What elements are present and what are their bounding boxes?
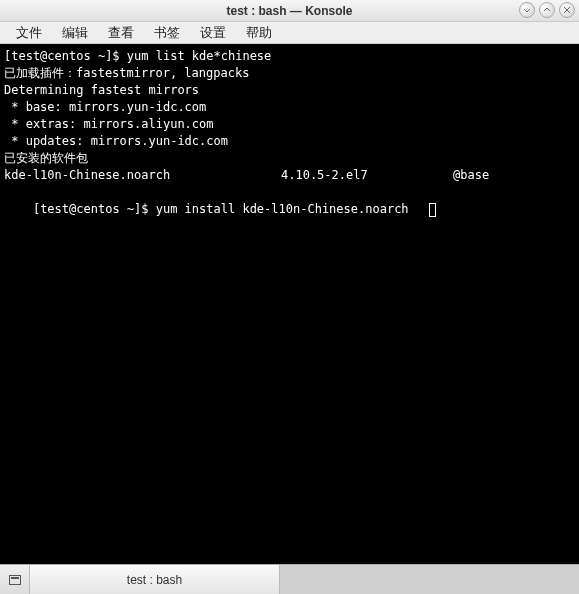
minimize-button[interactable] <box>519 2 535 18</box>
menu-settings[interactable]: 设置 <box>190 22 236 44</box>
menu-edit[interactable]: 编辑 <box>52 22 98 44</box>
package-version: 4.10.5-2.el7 <box>281 167 453 184</box>
terminal-line: Determining fastest mirrors <box>4 82 575 99</box>
new-tab-button[interactable] <box>0 565 30 594</box>
terminal-line: [test@centos ~]$ yum install kde-l10n-Ch… <box>33 202 409 216</box>
terminal-line: 已加载插件：fastestmirror, langpacks <box>4 65 575 82</box>
terminal-prompt-line: [test@centos ~]$ yum install kde-l10n-Ch… <box>4 184 575 235</box>
window-titlebar: test : bash — Konsole <box>0 0 579 22</box>
menubar: 文件 编辑 查看 书签 设置 帮助 <box>0 22 579 44</box>
tab-label: test : bash <box>127 573 182 587</box>
terminal-line: * extras: mirrors.aliyun.com <box>4 116 575 133</box>
tab-bar-empty <box>280 565 579 594</box>
tab-bar: test : bash <box>0 564 579 594</box>
terminal-line: * updates: mirrors.yun-idc.com <box>4 133 575 150</box>
package-repo: @base <box>453 167 575 184</box>
terminal-package-line: kde-l10n-Chinese.noarch 4.10.5-2.el7 @ba… <box>4 167 575 184</box>
terminal-line: * base: mirrors.yun-idc.com <box>4 99 575 116</box>
window-controls <box>519 2 575 18</box>
maximize-button[interactable] <box>539 2 555 18</box>
menu-help[interactable]: 帮助 <box>236 22 282 44</box>
close-button[interactable] <box>559 2 575 18</box>
window-title: test : bash — Konsole <box>226 4 352 18</box>
tab-active[interactable]: test : bash <box>30 565 280 594</box>
package-name: kde-l10n-Chinese.noarch <box>4 167 281 184</box>
menu-file[interactable]: 文件 <box>6 22 52 44</box>
terminal-line: [test@centos ~]$ yum list kde*chinese <box>4 48 575 65</box>
menu-view[interactable]: 查看 <box>98 22 144 44</box>
terminal-area[interactable]: [test@centos ~]$ yum list kde*chinese 已加… <box>0 44 579 564</box>
terminal-line: 已安装的软件包 <box>4 150 575 167</box>
menu-bookmarks[interactable]: 书签 <box>144 22 190 44</box>
terminal-icon <box>9 575 21 585</box>
terminal-cursor <box>429 203 436 217</box>
